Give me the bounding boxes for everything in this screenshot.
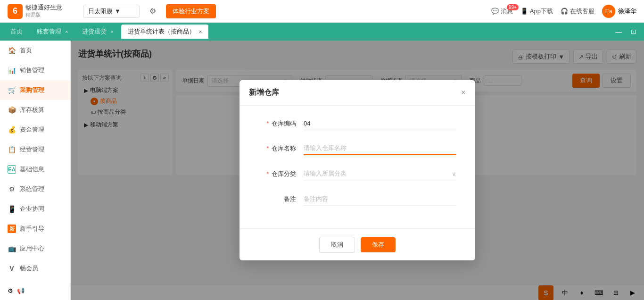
sidebar-item-finance[interactable]: 💰 资金管理 xyxy=(0,120,70,140)
avatar: Ea xyxy=(602,5,615,18)
brand-sub: 精易版 xyxy=(25,11,62,18)
sidebar-item-member[interactable]: V 畅会员 xyxy=(0,258,70,278)
message-badge: 99+ xyxy=(507,4,519,10)
sidebar-item-guide[interactable]: 新 新手引导 xyxy=(0,219,70,239)
tab-minimize-button[interactable]: — xyxy=(612,25,625,38)
tab-stats-label: 进货单统计表（按商品） xyxy=(128,27,195,36)
form-row-code: * 仓库编码 xyxy=(258,117,456,130)
brand-name: 畅捷通好生意 xyxy=(25,4,62,12)
system-icon: ⚙ xyxy=(8,185,16,193)
sidebar-collab-label: 企业协同 xyxy=(20,205,44,213)
headset-icon: 🎧 xyxy=(561,8,568,15)
inventory-icon: 📦 xyxy=(8,106,16,114)
cancel-button[interactable]: 取消 xyxy=(319,237,355,253)
base-info-icon: EA xyxy=(8,165,16,174)
purchase-icon: 🛒 xyxy=(8,86,16,94)
operations-icon: 📋 xyxy=(8,145,16,154)
modal-title: 新增仓库 xyxy=(249,88,279,98)
tab-return-close[interactable]: × xyxy=(110,29,113,34)
guide-icon: 新 xyxy=(8,225,16,233)
tab-account-close[interactable]: × xyxy=(65,29,68,34)
content-area: 进货单统计(按商品) 🖨 按模板打印 ▼ ↗ 导出 ↺ 刷新 xyxy=(71,41,644,300)
store-name: 日太阳膜 xyxy=(88,7,113,16)
tab-maximize-button[interactable]: ⊡ xyxy=(627,25,640,38)
warehouse-code-input[interactable] xyxy=(304,117,456,130)
sidebar-item-apps[interactable]: 📺 应用中心 xyxy=(0,239,70,258)
tab-return[interactable]: 进货退货 × xyxy=(75,25,120,39)
sidebar-bottom: ⚙ 📢 xyxy=(0,282,70,300)
sidebar-item-purchase[interactable]: 🛒 采购管理 xyxy=(0,80,70,100)
required-star-category: * xyxy=(266,170,269,177)
tab-stats-close[interactable]: × xyxy=(199,29,202,34)
collab-icon: 📱 xyxy=(8,205,16,213)
sidebar-home-label: 首页 xyxy=(20,46,32,55)
form-row-name: * 仓库名称 xyxy=(258,142,456,155)
top-header: 6 畅捷通好生意 精易版 日太阳膜 ▼ ⚙ 体验行业方案 💬 消息 99+ 📱 … xyxy=(0,0,644,23)
sidebar-item-home[interactable]: 🏠 首页 xyxy=(0,41,70,60)
settings-icon-bottom[interactable]: ⚙ xyxy=(8,287,13,294)
warehouse-category-placeholder: 请输入所属分类 xyxy=(304,169,347,178)
warehouse-category-select[interactable]: 请输入所属分类 ∨ xyxy=(304,167,456,181)
modal-header: 新增仓库 × xyxy=(239,80,475,106)
sidebar: 🏠 首页 📊 销售管理 🛒 采购管理 📦 库存核算 💰 资金管理 📋 经营管理 … xyxy=(0,41,71,300)
online-service-button[interactable]: 🎧 在线客服 xyxy=(561,7,594,16)
service-label: 在线客服 xyxy=(570,7,594,16)
modal-body: * 仓库编码 * 仓库名称 xyxy=(239,106,475,228)
sidebar-member-label: 畅会员 xyxy=(20,264,38,273)
sidebar-inventory-label: 库存核算 xyxy=(20,106,44,114)
modal-overlay: 新增仓库 × * 仓库编码 * xyxy=(71,41,644,300)
sidebar-base-info-label: 基础信息 xyxy=(20,165,44,174)
sidebar-item-inventory[interactable]: 📦 库存核算 xyxy=(0,100,70,120)
sidebar-sales-label: 销售管理 xyxy=(20,66,44,75)
sidebar-finance-label: 资金管理 xyxy=(20,125,44,134)
sales-icon: 📊 xyxy=(8,66,16,75)
store-selector[interactable]: 日太阳膜 ▼ xyxy=(83,5,140,18)
tab-stats[interactable]: 进货单统计表（按商品） × xyxy=(121,25,208,39)
gear-button[interactable]: ⚙ xyxy=(145,4,160,19)
required-star-name: * xyxy=(266,145,269,152)
message-icon: 💬 xyxy=(491,8,499,15)
sidebar-guide-label: 新手引导 xyxy=(20,225,44,233)
finance-icon: 💰 xyxy=(8,125,16,134)
user-area[interactable]: Ea 徐泽华 xyxy=(602,5,636,18)
sidebar-item-system[interactable]: ⚙ 系统管理 xyxy=(0,179,70,199)
tab-return-label: 进货退货 xyxy=(82,27,107,36)
sidebar-purchase-label: 采购管理 xyxy=(20,86,44,94)
sidebar-item-base-info[interactable]: EA 基础信息 xyxy=(0,159,70,179)
warehouse-category-label: * 仓库分类 xyxy=(258,170,296,178)
sidebar-operations-label: 经营管理 xyxy=(20,145,44,154)
app-download-button[interactable]: 📱 App下载 xyxy=(520,7,553,16)
tab-home-label: 首页 xyxy=(10,27,23,36)
sidebar-item-operations[interactable]: 📋 经营管理 xyxy=(0,140,70,159)
sidebar-item-collab[interactable]: 📱 企业协同 xyxy=(0,199,70,219)
modal-footer: 取消 保存 xyxy=(239,229,475,260)
chevron-down-icon: ▼ xyxy=(115,8,121,15)
speaker-icon-bottom[interactable]: 📢 xyxy=(17,287,25,294)
sidebar-apps-label: 应用中心 xyxy=(20,244,44,253)
modal-close-button[interactable]: × xyxy=(461,88,466,98)
app-logo-icon: 6 xyxy=(8,4,23,19)
warehouse-code-label: * 仓库编码 xyxy=(258,119,296,128)
warehouse-name-label: * 仓库名称 xyxy=(258,144,296,153)
brand-info: 畅捷通好生意 精易版 xyxy=(25,4,62,19)
logo-area: 6 畅捷通好生意 精易版 xyxy=(8,4,77,19)
user-name: 徐泽华 xyxy=(618,7,636,16)
home-icon: 🏠 xyxy=(8,46,16,55)
save-button[interactable]: 保存 xyxy=(361,237,396,252)
tab-home[interactable]: 首页 xyxy=(4,25,29,39)
tab-account[interactable]: 账套管理 × xyxy=(30,25,74,39)
main-layout: 🏠 首页 📊 销售管理 🛒 采购管理 📦 库存核算 💰 资金管理 📋 经营管理 … xyxy=(0,41,644,300)
app-download-label: App下载 xyxy=(530,7,553,16)
apps-icon: 📺 xyxy=(8,244,16,253)
sidebar-system-label: 系统管理 xyxy=(20,185,44,193)
tab-actions: — ⊡ xyxy=(612,25,640,38)
trial-button[interactable]: 体验行业方案 xyxy=(166,4,216,18)
remark-input[interactable] xyxy=(304,192,456,206)
required-star-code: * xyxy=(266,120,269,127)
form-row-remark: 备注 xyxy=(258,192,456,206)
warehouse-name-input[interactable] xyxy=(304,142,456,155)
message-button[interactable]: 💬 消息 99+ xyxy=(491,7,513,16)
form-row-category: * 仓库分类 请输入所属分类 ∨ xyxy=(258,167,456,181)
sidebar-item-sales[interactable]: 📊 销售管理 xyxy=(0,60,70,80)
remark-label: 备注 xyxy=(258,195,296,203)
